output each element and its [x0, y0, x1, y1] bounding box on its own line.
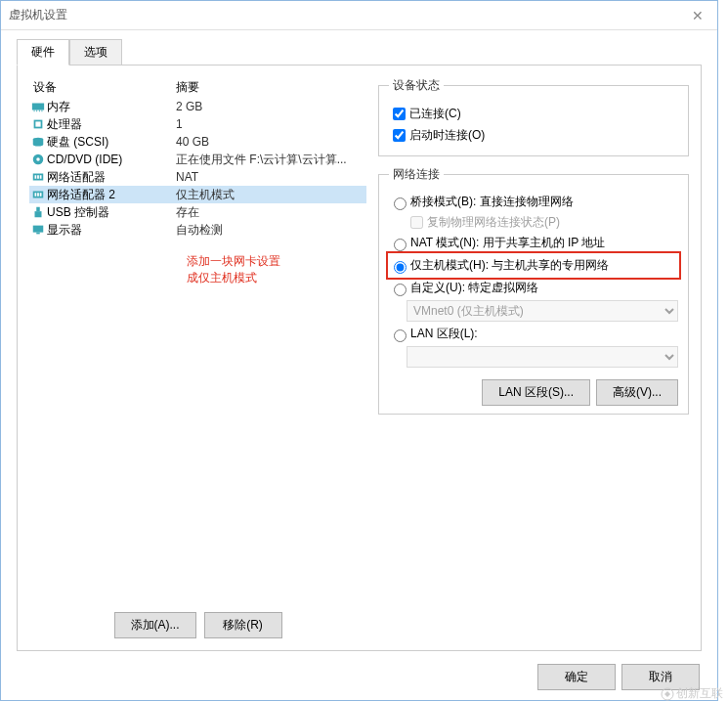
svg-rect-23 — [36, 233, 40, 235]
device-name: 显示器 — [47, 222, 176, 239]
nat-radio[interactable] — [394, 239, 407, 251]
device-name: CD/DVD (IDE) — [47, 153, 176, 166]
svg-rect-20 — [36, 207, 40, 211]
connect-on-power-label: 启动时连接(O) — [409, 127, 485, 144]
svg-rect-17 — [35, 194, 37, 197]
dialog-window: 虚拟机设置 ✕ 硬件 选项 设备 摘要 内存2 GB处理器1硬盘 (SCSI)4… — [0, 0, 718, 701]
device-status-legend: 设备状态 — [389, 77, 444, 94]
replicate-label: 复制物理网络连接状态(P) — [427, 214, 560, 231]
lan-segment-label: LAN 区段(L): — [410, 326, 478, 342]
device-summary: 2 GB — [176, 100, 366, 113]
custom-radio[interactable] — [394, 284, 407, 296]
cpu-icon — [29, 117, 47, 132]
usb-icon — [29, 205, 47, 220]
device-row[interactable]: USB 控制器存在 — [29, 203, 366, 221]
device-name: 硬盘 (SCSI) — [47, 134, 176, 151]
nic-icon — [29, 170, 47, 185]
connected-label: 已连接(C) — [409, 106, 461, 122]
device-row[interactable]: 网络适配器NAT — [29, 168, 366, 186]
device-list: 设备 摘要 内存2 GB处理器1硬盘 (SCSI)40 GBCD/DVD (ID… — [29, 77, 366, 604]
col-device[interactable]: 设备 — [29, 79, 176, 96]
device-name: 网络适配器 — [47, 169, 176, 186]
ok-button[interactable]: 确定 — [537, 664, 616, 690]
lan-segment-radio[interactable] — [394, 329, 407, 342]
left-panel: 设备 摘要 内存2 GB处理器1硬盘 (SCSI)40 GBCD/DVD (ID… — [29, 77, 366, 638]
svg-rect-22 — [33, 226, 44, 233]
titlebar: 虚拟机设置 ✕ — [1, 1, 717, 30]
connect-on-power-checkbox[interactable] — [393, 129, 406, 142]
device-name: 处理器 — [47, 116, 176, 133]
col-summary[interactable]: 摘要 — [176, 79, 366, 96]
bridged-radio[interactable] — [394, 197, 407, 210]
svg-rect-3 — [39, 110, 40, 112]
svg-rect-18 — [37, 194, 39, 197]
remove-button[interactable]: 移除(R) — [204, 612, 282, 638]
device-row[interactable]: CD/DVD (IDE)正在使用文件 F:\云计算\云计算... — [29, 151, 366, 168]
svg-rect-14 — [37, 176, 39, 180]
tab-strip: 硬件 选项 — [1, 30, 717, 65]
device-summary: NAT — [176, 170, 366, 184]
svg-point-9 — [33, 143, 44, 147]
device-name: 网络适配器 2 — [47, 187, 176, 203]
tab-options[interactable]: 选项 — [69, 39, 122, 66]
device-status-group: 设备状态 已连接(C) 启动时连接(O) — [378, 77, 689, 156]
tab-hardware[interactable]: 硬件 — [17, 39, 69, 66]
custom-label: 自定义(U): 特定虚拟网络 — [410, 280, 538, 296]
svg-rect-4 — [42, 110, 43, 112]
hostonly-radio[interactable] — [394, 261, 407, 274]
hostonly-label: 仅主机模式(H): 与主机共享的专用网络 — [410, 257, 609, 274]
svg-rect-19 — [40, 194, 42, 197]
disk-icon — [29, 135, 47, 150]
bridged-label: 桥接模式(B): 直接连接物理网络 — [410, 194, 574, 210]
close-icon[interactable]: ✕ — [686, 8, 709, 23]
device-summary: 存在 — [176, 204, 366, 221]
memory-icon — [29, 100, 47, 114]
lan-segment-dropdown — [407, 346, 678, 368]
svg-rect-21 — [35, 212, 42, 218]
device-row[interactable]: 显示器自动检测 — [29, 221, 366, 239]
cd-icon — [29, 153, 47, 167]
device-row[interactable]: 网络适配器 2仅主机模式 — [29, 186, 366, 203]
device-row[interactable]: 硬盘 (SCSI)40 GB — [29, 133, 366, 151]
device-summary: 1 — [176, 117, 366, 131]
nic-icon — [29, 188, 47, 202]
svg-point-11 — [36, 158, 40, 162]
hostonly-highlight: 仅主机模式(H): 与主机共享的专用网络 — [386, 251, 681, 280]
connected-checkbox[interactable] — [393, 108, 406, 120]
device-row[interactable]: 内存2 GB — [29, 98, 366, 115]
device-name: USB 控制器 — [47, 204, 176, 221]
device-list-buttons: 添加(A)... 移除(R) — [29, 604, 366, 638]
svg-rect-1 — [34, 110, 35, 112]
svg-rect-13 — [35, 176, 37, 180]
network-legend: 网络连接 — [389, 166, 444, 183]
vmnet-dropdown: VMnet0 (仅主机模式) — [407, 300, 678, 322]
right-panel: 设备状态 已连接(C) 启动时连接(O) 网络连接 桥接模式(B): 直接连接物… — [378, 77, 689, 638]
device-name: 内存 — [47, 99, 176, 115]
device-list-header: 设备 摘要 — [29, 77, 366, 98]
display-icon — [29, 223, 47, 238]
device-row[interactable]: 处理器1 — [29, 115, 366, 133]
device-summary: 40 GB — [176, 135, 366, 149]
watermark: 创新互联 — [661, 685, 723, 701]
advanced-button[interactable]: 高级(V)... — [596, 379, 678, 406]
replicate-checkbox — [410, 216, 423, 229]
lan-segments-button[interactable]: LAN 区段(S)... — [482, 379, 590, 406]
window-title: 虚拟机设置 — [9, 7, 686, 23]
svg-rect-0 — [32, 104, 44, 110]
svg-rect-6 — [35, 122, 40, 127]
svg-rect-2 — [36, 110, 37, 112]
device-summary: 仅主机模式 — [176, 187, 366, 203]
device-summary: 自动检测 — [176, 222, 366, 239]
nat-label: NAT 模式(N): 用于共享主机的 IP 地址 — [410, 235, 605, 251]
svg-rect-15 — [40, 176, 42, 180]
device-summary: 正在使用文件 F:\云计算\云计算... — [176, 152, 366, 168]
network-connection-group: 网络连接 桥接模式(B): 直接连接物理网络 复制物理网络连接状态(P) NAT… — [378, 166, 689, 415]
add-button[interactable]: 添加(A)... — [114, 612, 196, 638]
content-area: 设备 摘要 内存2 GB处理器1硬盘 (SCSI)40 GBCD/DVD (ID… — [17, 65, 702, 651]
